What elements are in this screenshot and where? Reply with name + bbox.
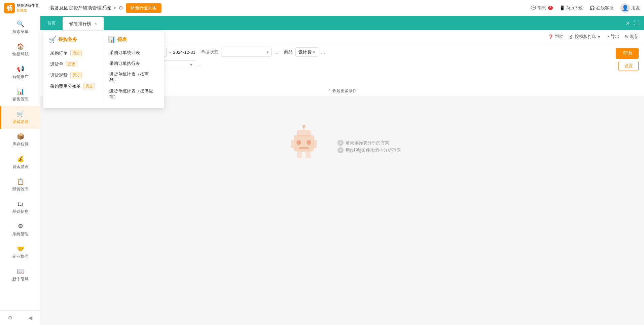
print-icon: 🖨 [569, 34, 573, 39]
query-btn[interactable]: 查询 [616, 48, 639, 59]
messages-btn[interactable]: 💬 消息 5 [531, 5, 553, 11]
system-dropdown-arrow[interactable]: ▾ [114, 6, 116, 10]
empty-tips: ① 请先选择要分析的方案 ② 用[过滤]条件来缩小分析范围 [337, 138, 400, 155]
help-icon: ❓ [548, 34, 553, 39]
logo-badge: 标准版 [17, 8, 39, 13]
dropdown-item-purchase-expense[interactable]: 采购费用分摊单 历史 [49, 81, 100, 92]
doc-status-filter: 单据状态 … [201, 48, 279, 57]
dropdown-item-inbound-stats-goods[interactable]: 进货单统计表（按商品） [108, 69, 159, 86]
dropdown-item-inbound-return[interactable]: 进货退货 历史 [49, 70, 100, 81]
message-icon: 💬 [531, 5, 536, 10]
sidebar-item-search[interactable]: 🔍 搜索菜单 [0, 16, 40, 39]
history-badge-3[interactable]: 历史 [83, 83, 95, 89]
sidebar-item-inventory[interactable]: 📦 库存核算 [0, 129, 40, 151]
tab-close-icon[interactable]: × [95, 22, 97, 26]
dropdown-divider [104, 36, 104, 103]
headset-icon: 🎧 [589, 5, 595, 10]
svg-rect-5 [291, 140, 294, 148]
svg-rect-4 [299, 147, 309, 149]
sidebar-item-marketing[interactable]: 📢 营销推广 [0, 61, 40, 84]
tab-bar: 首页 销售排行榜 × ✕ ⛶ [40, 16, 644, 30]
marketing-icon: 📢 [17, 65, 24, 73]
sidebar-item-operations[interactable]: 📋 经营管理 [0, 174, 40, 196]
empty-robot-illustration [284, 123, 324, 164]
export-btn[interactable]: ↗ 导出 [606, 34, 619, 40]
dropdown-item-inbound-stats-supplier[interactable]: 进货单统计表（按供应商） [108, 86, 159, 103]
search-icon: 🔍 [17, 20, 24, 28]
top-bar-center: 装备及固定资产辅助管理系统 ▾ ⚙ 体验行业方案 [44, 3, 531, 13]
app-download-btn[interactable]: 📱 App下载 [560, 5, 583, 11]
goods-ellipsis[interactable]: … [321, 50, 325, 55]
template-print-btn[interactable]: 🖨 按模板打印 ▾ [569, 34, 600, 40]
avatar: 👤 [620, 3, 630, 13]
sidebar-settings-btn[interactable]: ⚙ [5, 313, 15, 322]
tab-close-all-icon[interactable]: ✕ [624, 19, 631, 28]
history-badge-1[interactable]: 历史 [66, 61, 77, 67]
user-btn[interactable]: 👤 用友 [620, 3, 640, 13]
print-dropdown-icon[interactable]: ▾ [598, 34, 600, 39]
phone-icon: 📱 [560, 5, 565, 10]
date-end-value: 2024-12-31 [173, 50, 195, 55]
basic-icon: 🗂 [17, 200, 24, 207]
top-bar-right: 💬 消息 5 📱 App下载 🎧 在线客服 👤 用友 [531, 3, 640, 13]
sidebar: 🔍 搜索菜单 🏠 快捷导航 📢 营销推广 📊 销售管理 🛒 采购管理 📦 库存核… [0, 16, 40, 325]
purchase-col: 🛒 采购业务 采购订单 历史 进货单 历史 进货退货 历史 采购费用分摊单 历史 [49, 36, 100, 103]
doc-status-select[interactable] [221, 48, 272, 57]
system-settings-icon[interactable]: ⚙ [118, 5, 123, 11]
dropdown-item-order-exec[interactable]: 采购订单执行表 [108, 58, 159, 69]
sidebar-item-sales[interactable]: 📊 销售管理 [0, 84, 40, 106]
svg-rect-7 [297, 152, 302, 158]
industry-btn[interactable]: 体验行业方案 [126, 3, 162, 13]
sidebar-item-purchase[interactable]: 🛒 采购管理 [0, 106, 40, 129]
help-btn[interactable]: ❓ 帮助 [548, 34, 564, 40]
doc-status-label: 单据状态 [201, 49, 218, 55]
settings-btn[interactable]: 设置 [618, 61, 639, 71]
guide-icon: 📖 [17, 268, 24, 275]
sales-icon: 📊 [17, 88, 24, 95]
empty-tip-1: ① 请先选择要分析的方案 [337, 140, 400, 146]
date-separator: ~ [169, 50, 171, 55]
system-icon: ⚙ [18, 222, 23, 230]
empty-tip-2: ② 用[过滤]条件来缩小分析范围 [337, 147, 400, 153]
svg-point-3 [307, 140, 311, 145]
salesperson-ellipsis[interactable]: … [198, 62, 202, 67]
purchase-section-title: 🛒 采购业务 [49, 36, 100, 43]
goods-tag: 设计费 × [295, 47, 318, 57]
report-section-title: 📊 报表 [108, 36, 159, 43]
online-service-btn[interactable]: 🎧 在线客服 [589, 5, 614, 11]
goods-tag-close[interactable]: × [313, 50, 315, 54]
sidebar-item-system[interactable]: ⚙ 系统管理 [0, 218, 40, 241]
sidebar-item-finance[interactable]: 💰 资金管理 [0, 151, 40, 174]
robot-svg [284, 123, 324, 163]
sidebar-item-basic[interactable]: 🗂 基础信息 [0, 196, 40, 218]
finance-icon: 💰 [17, 155, 24, 163]
tab-home[interactable]: 首页 [40, 16, 63, 30]
history-badge-2[interactable]: 历史 [70, 72, 82, 78]
purchase-section-icon: 🛒 [49, 36, 56, 43]
refresh-btn[interactable]: ↻ 刷新 [625, 34, 639, 40]
export-icon: ↗ [606, 34, 609, 39]
tab-sales-rank[interactable]: 销售排行榜 × [63, 17, 104, 31]
history-badge-0[interactable]: 历史 [70, 50, 82, 56]
logo-icon: 畅 [4, 3, 15, 13]
sidebar-bottom: ⚙ ◀ [0, 310, 40, 325]
doc-status-ellipsis[interactable]: … [274, 50, 279, 55]
sidebar-item-enterprise[interactable]: 🤝 企业协同 [0, 241, 40, 263]
dropdown-item-purchase-order[interactable]: 采购订单 历史 [49, 47, 100, 58]
doc-status-select-wrapper [221, 48, 272, 57]
svg-rect-1 [297, 130, 311, 136]
sidebar-item-guide[interactable]: 📖 新手引导 [0, 263, 40, 286]
sidebar-collapse-btn[interactable]: ◀ [26, 313, 35, 322]
tab-restore-icon[interactable]: ⛶ [633, 19, 641, 28]
dropdown-item-inbound[interactable]: 进货单 历史 [49, 58, 100, 70]
collapse-arrow-icon: ⌃ [328, 89, 331, 93]
tip-num-1: ① [337, 140, 344, 146]
sidebar-item-quicknav[interactable]: 🏠 快捷导航 [0, 39, 40, 61]
logo-text: 畅捷通好生意 [17, 3, 39, 8]
tab-bar-right: ✕ ⛶ [624, 19, 644, 28]
logo-area: 畅 畅捷通好生意 标准版 [4, 3, 44, 13]
svg-point-10 [302, 125, 305, 128]
goods-filter: 商品 设计费 × … [284, 47, 325, 57]
enterprise-icon: 🤝 [17, 245, 24, 252]
dropdown-item-order-stats[interactable]: 采购订单统计表 [108, 47, 159, 58]
